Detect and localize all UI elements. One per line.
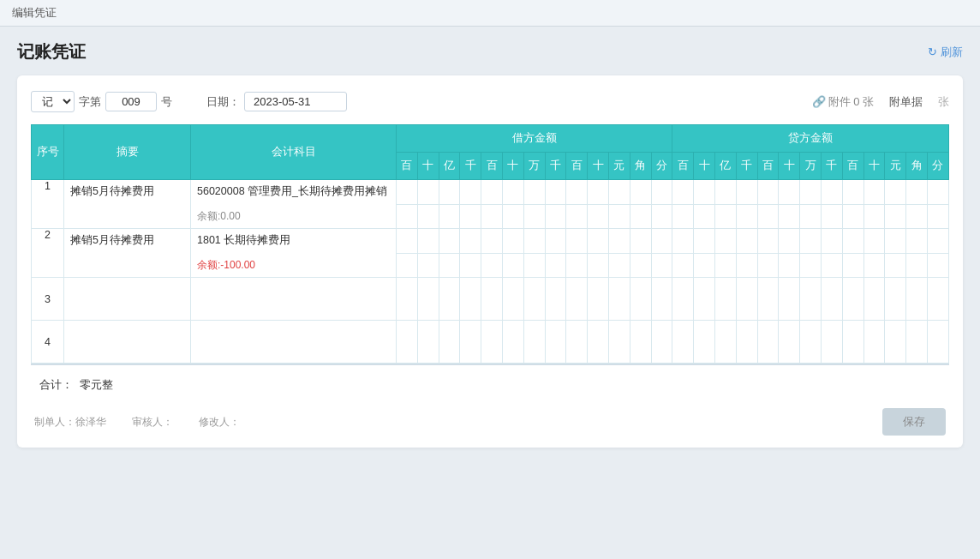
d2-c22[interactable] [863,229,885,254]
d4-c14[interactable] [694,321,715,364]
d3-c19[interactable] [800,278,822,321]
d4-c13[interactable] [672,321,694,364]
d2-c17[interactable] [757,229,779,254]
d4-c24[interactable] [906,321,928,364]
d1-c19[interactable] [800,180,822,205]
account-cell-4[interactable] [191,321,397,364]
d4-c22[interactable] [863,321,885,364]
d3-c21[interactable] [842,278,863,321]
d2-c3[interactable] [460,229,481,254]
d2-c10[interactable] [608,229,630,254]
d4-c1[interactable] [417,321,439,364]
d2-c13[interactable] [672,229,694,254]
d1-c25[interactable] [927,180,948,205]
date-input[interactable] [244,92,347,111]
d4-c3[interactable] [460,321,481,364]
d3-c24[interactable] [906,278,928,321]
d4-c12[interactable] [651,321,672,364]
summary-cell-2[interactable]: 摊销5月待摊费用 [64,229,191,278]
d1-c1[interactable] [417,180,439,205]
d4-c5[interactable] [502,321,523,364]
d1-c18[interactable] [779,180,800,205]
d4-c8[interactable] [566,321,588,364]
d3-c17[interactable] [757,278,779,321]
d4-c16[interactable] [736,321,757,364]
d2-c16[interactable] [736,229,757,254]
d4-c18[interactable] [779,321,800,364]
d4-c10[interactable] [608,321,630,364]
d2-c6[interactable] [523,229,545,254]
d3-c13[interactable] [672,278,694,321]
d3-c25[interactable] [927,278,948,321]
d1-c11[interactable] [630,180,651,205]
d4-c6[interactable] [523,321,545,364]
d1-c15[interactable] [714,180,736,205]
d2-c11[interactable] [630,229,651,254]
d1-c24[interactable] [906,180,928,205]
d1-c4[interactable] [481,180,503,205]
d1-c6[interactable] [523,180,545,205]
d2-c12[interactable] [651,229,672,254]
d1-c20[interactable] [821,180,842,205]
d1-c8[interactable] [566,180,588,205]
d1-c21[interactable] [842,180,863,205]
d3-c15[interactable] [714,278,736,321]
account-cell-3[interactable] [191,278,397,321]
d3-c9[interactable] [588,278,609,321]
d2-c9[interactable] [588,229,609,254]
d2-c8[interactable] [566,229,588,254]
d1-c7[interactable] [545,180,566,205]
d1-c3[interactable] [460,180,481,205]
summary-cell-4[interactable] [64,321,191,364]
d3-c0[interactable] [397,278,418,321]
d2-c21[interactable] [842,229,863,254]
d2-c2[interactable] [439,229,460,254]
d1-c14[interactable] [694,180,715,205]
d2-c24[interactable] [906,229,928,254]
attachment-link[interactable]: 🔗 附件 0 张 [812,94,874,110]
d3-c3[interactable] [460,278,481,321]
d1-c0[interactable] [397,180,418,205]
d3-c6[interactable] [523,278,545,321]
d3-c1[interactable] [417,278,439,321]
d4-c19[interactable] [800,321,822,364]
account-cell-1[interactable]: 56020008 管理费用_长期待摊费用摊销 余额:0.00 [191,180,397,229]
summary-cell-3[interactable] [64,278,191,321]
d3-c7[interactable] [545,278,566,321]
d4-c15[interactable] [714,321,736,364]
d4-c23[interactable] [885,321,906,364]
d2-c23[interactable] [885,229,906,254]
d4-c25[interactable] [927,321,948,364]
d3-c10[interactable] [608,278,630,321]
d2-c7[interactable] [545,229,566,254]
d2-c20[interactable] [821,229,842,254]
d3-c8[interactable] [566,278,588,321]
voucher-type-select[interactable]: 记 [31,91,75,112]
d1-c13[interactable] [672,180,694,205]
account-cell-2[interactable]: 1801 长期待摊费用 余额:-100.00 [191,229,397,278]
d2-c1[interactable] [417,229,439,254]
d2-c5[interactable] [502,229,523,254]
d4-c7[interactable] [545,321,566,364]
d3-c2[interactable] [439,278,460,321]
summary-cell[interactable]: 摊销5月待摊费用 [64,180,191,229]
d1-c22[interactable] [863,180,885,205]
d1-c12[interactable] [651,180,672,205]
d2-c25[interactable] [927,229,948,254]
d2-c15[interactable] [714,229,736,254]
d4-c9[interactable] [588,321,609,364]
d3-c20[interactable] [821,278,842,321]
attach-single-btn[interactable]: 附单据 [889,94,923,110]
d3-c23[interactable] [885,278,906,321]
d1-c2[interactable] [439,180,460,205]
d3-c5[interactable] [502,278,523,321]
d2-c14[interactable] [694,229,715,254]
save-button[interactable]: 保存 [882,408,946,436]
d2-c0[interactable] [397,229,418,254]
refresh-button[interactable]: ↻ 刷新 [928,45,963,60]
d2-c4[interactable] [481,229,503,254]
d3-c18[interactable] [779,278,800,321]
d4-c2[interactable] [439,321,460,364]
d4-c11[interactable] [630,321,651,364]
d1-c16[interactable] [736,180,757,205]
